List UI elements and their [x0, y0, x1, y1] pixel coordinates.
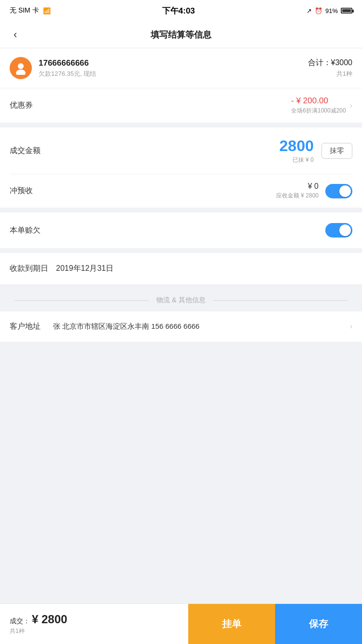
location-icon: ↗: [306, 7, 312, 14]
carrier-text: 无 SIM 卡: [10, 6, 39, 15]
advance-amount: ¥ 0: [276, 182, 319, 191]
coupon-label: 优惠券: [10, 100, 33, 111]
deal-amount-block: 2800 已抹 ¥ 0: [279, 137, 314, 164]
debt-row: 本单赊欠: [10, 212, 352, 248]
deal-label: 成交金额: [10, 146, 41, 156]
customer-row: 17666666666 欠款1276.35元, 现结 合计：¥3000 共1种: [0, 48, 362, 88]
advance-right: ¥ 0 应收金额 ¥ 2800: [276, 182, 352, 200]
duedate-label: 收款到期日: [10, 264, 48, 274]
address-label: 客户地址: [10, 322, 48, 332]
divider-text: 物流 & 其他信息: [156, 296, 205, 305]
deal-section: 成交金额 2800 已抹 ¥ 0 抹零 冲预收 ¥ 0 应收金额 ¥ 2800: [0, 127, 362, 208]
address-chevron-icon: ›: [350, 322, 352, 331]
advance-sub: 应收金额 ¥ 2800: [276, 192, 319, 200]
toggle-knob: [339, 185, 351, 197]
save-button[interactable]: 保存: [275, 604, 362, 644]
customer-phone: 17666666666: [39, 58, 96, 68]
coupon-discount-block: - ¥ 200.00 全场6折满1000减200: [291, 96, 346, 115]
alarm-icon: ⏰: [315, 7, 322, 14]
advance-amount-block: ¥ 0 应收金额 ¥ 2800: [276, 182, 319, 200]
bottom-deal-amount: ¥ 2800: [32, 613, 67, 626]
customer-total: 合计：¥3000 共1种: [308, 58, 353, 78]
debt-toggle[interactable]: [325, 223, 352, 238]
advance-toggle[interactable]: [325, 184, 352, 198]
pending-button[interactable]: 挂单: [188, 604, 275, 644]
debt-toggle-knob: [339, 224, 351, 236]
debt-section: 本单赊欠: [0, 212, 362, 248]
nav-bar: ‹ 填写结算等信息: [0, 21, 362, 48]
debt-label: 本单赊欠: [10, 225, 41, 236]
avatar: [10, 57, 32, 79]
duedate-value: 2019年12月31日: [56, 264, 113, 274]
customer-info: 17666666666 欠款1276.35元, 现结: [39, 58, 96, 78]
address-row[interactable]: 客户地址 张 北京市市辖区海淀区永丰南 156 6666 6666 ›: [0, 311, 362, 342]
total-amount: 合计：¥3000: [308, 58, 353, 68]
total-count: 共1种: [308, 70, 353, 78]
duedate-section: 收款到期日 2019年12月31日: [0, 253, 362, 284]
deal-sub: 已抹 ¥ 0: [279, 156, 314, 164]
status-left: 无 SIM 卡 📶: [10, 6, 51, 15]
round-zero-button[interactable]: 抹零: [321, 143, 352, 159]
advance-row: 冲预收 ¥ 0 应收金额 ¥ 2800: [10, 174, 352, 208]
bottom-bar: 成交： ¥ 2800 共1种 挂单 保存: [0, 603, 362, 644]
bottom-deal-count: 共1种: [10, 627, 179, 635]
status-bar: 无 SIM 卡 📶 下午4:03 ↗ ⏰ 91%: [0, 0, 362, 21]
battery-percent: 91%: [325, 7, 338, 14]
customer-card: 17666666666 欠款1276.35元, 现结 合计：¥3000 共1种 …: [0, 48, 362, 123]
coupon-discount: - ¥ 200.00: [291, 96, 346, 106]
back-button[interactable]: ‹: [10, 25, 21, 45]
customer-sub-info: 欠款1276.35元, 现结: [39, 70, 96, 78]
coupon-row[interactable]: 优惠券 - ¥ 200.00 全场6折满1000减200 ›: [0, 88, 362, 123]
divider-line-left: [14, 300, 149, 301]
wifi-icon: 📶: [43, 7, 51, 14]
bottom-deal-row: 成交： ¥ 2800: [10, 613, 179, 626]
content-area: 17666666666 欠款1276.35元, 现结 合计：¥3000 共1种 …: [0, 48, 362, 644]
svg-point-0: [18, 63, 24, 69]
chevron-right-icon: ›: [350, 101, 352, 110]
advance-label: 冲预收: [10, 186, 33, 196]
svg-point-1: [16, 70, 26, 75]
battery-icon: [341, 8, 352, 14]
bottom-deal-info: 成交： ¥ 2800 共1种: [0, 613, 188, 635]
deal-amount: 2800: [279, 137, 314, 155]
page-title: 填写结算等信息: [151, 29, 211, 41]
divider-section: 物流 & 其他信息: [0, 289, 362, 311]
bottom-deal-label: 成交：: [10, 617, 30, 626]
duedate-row: 收款到期日 2019年12月31日: [10, 253, 352, 284]
coupon-right: - ¥ 200.00 全场6折满1000减200 ›: [291, 96, 352, 115]
divider-line-right: [213, 300, 348, 301]
address-value: 张 北京市市辖区海淀区永丰南 156 6666 6666: [53, 321, 345, 332]
status-right: ↗ ⏰ 91%: [306, 7, 352, 14]
address-section: 客户地址 张 北京市市辖区海淀区永丰南 156 6666 6666 ›: [0, 311, 362, 342]
deal-right: 2800 已抹 ¥ 0 抹零: [279, 137, 352, 164]
coupon-desc: 全场6折满1000减200: [291, 107, 346, 115]
deal-amount-row: 成交金额 2800 已抹 ¥ 0 抹零: [10, 127, 352, 174]
status-time: 下午4:03: [162, 5, 195, 16]
customer-left: 17666666666 欠款1276.35元, 现结: [10, 57, 96, 79]
